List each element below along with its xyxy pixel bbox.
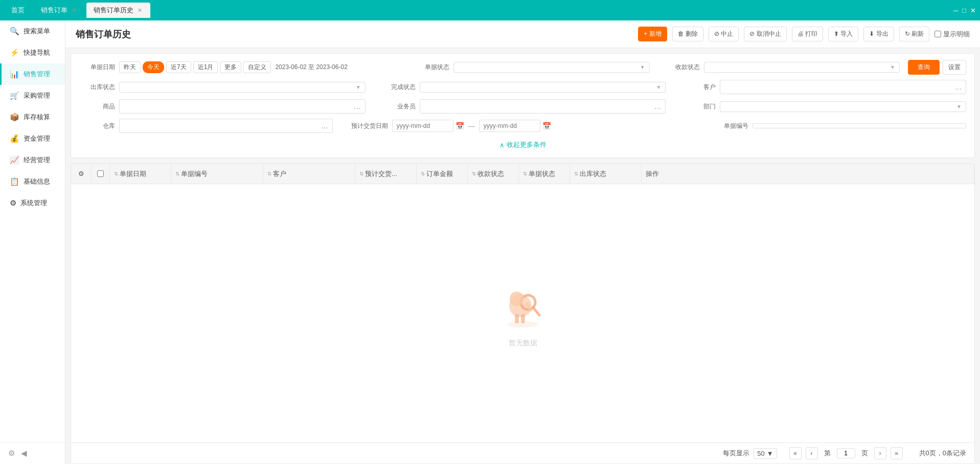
customer-label: 客户 [680, 83, 716, 92]
sidebar-item-operations-label: 经营管理 [24, 156, 50, 165]
sidebar-settings-icon[interactable]: ⚙ [8, 449, 15, 458]
date-btn-more[interactable]: 更多 [220, 61, 241, 73]
show-detail-checkbox[interactable] [935, 31, 941, 37]
date-btn-7days[interactable]: 近7天 [166, 61, 191, 73]
th-date-sort-icon: ⇅ [114, 171, 118, 176]
stop-button[interactable]: ⊘ 中止 [709, 27, 739, 41]
th-bill-status[interactable]: ⇅ 单据状态 [519, 164, 570, 184]
sidebar-item-quick-nav[interactable]: ⚡ 快捷导航 [0, 42, 65, 63]
date-btn-custom[interactable]: 自定义 [243, 61, 271, 73]
close-icon[interactable]: ✕ [970, 7, 976, 14]
sidebar-item-operations[interactable]: 📈 经营管理 [0, 149, 65, 171]
last-page-btn[interactable]: » [891, 447, 903, 459]
sidebar-item-base[interactable]: 📋 基础信息 [0, 171, 65, 192]
export-button[interactable]: ⬇ 导出 [863, 27, 894, 41]
th-payment-status[interactable]: ⇅ 收款状态 [468, 164, 519, 184]
new-button[interactable]: + 新增 [638, 27, 667, 41]
sidebar-item-inventory-label: 库存核算 [24, 113, 50, 122]
toolbar: + 新增 🗑 删除 ⊘ 中止 ⊘ 取消中止 🖨 打印 ⬆ 导入 ⬇ 导出 ↻ 刷… [638, 27, 970, 41]
customer-dots[interactable]: ... [955, 82, 962, 92]
settings-button[interactable]: 设置 [943, 60, 966, 75]
page-size-arrow: ▼ [767, 450, 773, 457]
sidebar-item-sales[interactable]: 📊 销售管理 [0, 63, 65, 85]
goods-dots[interactable]: ... [354, 102, 360, 111]
th-payment-status-label: 收款状态 [477, 169, 504, 179]
import-button[interactable]: ⬆ 导入 [828, 27, 858, 41]
delivery-date-end-calendar[interactable]: 📅 [542, 122, 551, 130]
date-filter-label: 单据日期 [79, 63, 115, 72]
sidebar-item-search-menu[interactable]: 🔍 搜索菜单 [0, 20, 65, 42]
bill-status-arrow: ▼ [640, 64, 645, 70]
empty-text: 暂无数据 [509, 339, 537, 348]
th-amount[interactable]: ⇅ 订单金额 [417, 164, 468, 184]
th-delivery[interactable]: ⇅ 预计交货... [355, 164, 417, 184]
delivery-date-start-input[interactable] [392, 120, 453, 132]
th-date-label: 单据日期 [120, 169, 146, 179]
show-detail-label: 显示明细 [943, 30, 970, 39]
maximize-icon[interactable]: □ [962, 7, 966, 14]
out-status-label: 出库状态 [79, 83, 115, 92]
sidebar-item-inventory[interactable]: 📦 库存核算 [0, 106, 65, 128]
th-client-sort-icon: ⇅ [267, 171, 271, 176]
sidebar-collapse-icon[interactable]: ◀ [21, 449, 27, 458]
cancel-stop-button[interactable]: ⊘ 取消中止 [744, 27, 786, 41]
prev-page-btn[interactable]: ‹ [806, 447, 818, 459]
sidebar-item-finance[interactable]: 💰 资金管理 [0, 128, 65, 149]
th-settings[interactable]: ⚙ [71, 164, 92, 184]
th-client[interactable]: ⇅ 客户 [263, 164, 355, 184]
next-page-btn[interactable]: › [874, 447, 886, 459]
sidebar-item-system[interactable]: ⚙ 系统管理 [0, 192, 65, 214]
out-status-arrow: ▼ [356, 84, 361, 90]
query-button[interactable]: 查询 [908, 60, 940, 75]
complete-status-select[interactable]: ▼ [420, 82, 666, 93]
tab-home[interactable]: 首页 [4, 3, 32, 18]
refresh-button[interactable]: ↻ 刷新 [899, 27, 929, 41]
sidebar-item-finance-label: 资金管理 [24, 134, 50, 143]
search-menu-icon: 🔍 [10, 27, 19, 36]
th-date[interactable]: ⇅ 单据日期 [110, 164, 171, 184]
tab-sales-order-close[interactable]: ✕ [71, 7, 77, 14]
tab-sales-order-history-close[interactable]: ✕ [136, 7, 143, 14]
department-select[interactable]: ▼ [720, 101, 966, 112]
tab-sales-order[interactable]: 销售订单 ✕ [34, 3, 84, 18]
collapse-arrow-icon: ∧ [499, 141, 505, 149]
th-out-status[interactable]: ⇅ 出库状态 [570, 164, 642, 184]
th-checkbox[interactable] [92, 164, 110, 184]
quick-nav-icon: ⚡ [10, 48, 19, 57]
page-num-input[interactable] [837, 448, 855, 458]
tab-sales-order-history[interactable]: 销售订单历史 ✕ [86, 3, 150, 18]
show-detail-checkbox-label[interactable]: 显示明细 [935, 30, 970, 39]
th-amount-label: 订单金额 [426, 169, 453, 179]
sidebar-item-quick-nav-label: 快捷导航 [24, 48, 50, 57]
warehouse-dots[interactable]: ... [321, 121, 328, 130]
tab-home-label: 首页 [11, 6, 25, 15]
department-arrow: ▼ [956, 104, 962, 109]
sidebar-item-sales-label: 销售管理 [24, 70, 50, 79]
svg-rect-5 [515, 314, 519, 323]
delete-button[interactable]: 🗑 删除 [672, 27, 703, 41]
delivery-date-end-input[interactable] [479, 120, 540, 132]
print-button[interactable]: 🖨 打印 [792, 27, 823, 41]
select-all-checkbox[interactable] [97, 170, 104, 177]
delivery-date-start-calendar[interactable]: 📅 [455, 122, 464, 130]
collapse-button[interactable]: ∧ 收起更多条件 [497, 138, 549, 151]
bill-status-select[interactable]: ▼ [453, 62, 649, 73]
filter-row-4: 仓库 ... 预计交货日期 📅 — 📅 单据编号 [79, 119, 966, 133]
date-btn-yesterday[interactable]: 昨天 [119, 61, 141, 73]
th-num[interactable]: ⇅ 单据编号 [171, 164, 263, 184]
date-btn-today[interactable]: 今天 [143, 61, 164, 73]
page-size-select[interactable]: 50 ▼ [754, 448, 777, 459]
collapse-label: 收起更多条件 [507, 140, 546, 149]
system-icon: ⚙ [10, 198, 16, 208]
th-ops: 操作 [642, 164, 974, 184]
salesperson-dots[interactable]: ... [654, 102, 661, 111]
th-num-label: 单据编号 [181, 169, 208, 179]
minimize-icon[interactable]: ─ [953, 7, 958, 14]
sidebar-item-purchase[interactable]: 🛒 采购管理 [0, 85, 65, 106]
filter-area: 单据日期 昨天 今天 近7天 近1月 更多 自定义 2023-06-02 至 2… [71, 53, 975, 158]
empty-illustration [492, 279, 554, 330]
out-status-select[interactable]: ▼ [119, 82, 366, 93]
date-btn-1month[interactable]: 近1月 [193, 61, 218, 73]
payment-status-select[interactable]: ▼ [704, 62, 900, 73]
first-page-btn[interactable]: « [789, 447, 802, 459]
